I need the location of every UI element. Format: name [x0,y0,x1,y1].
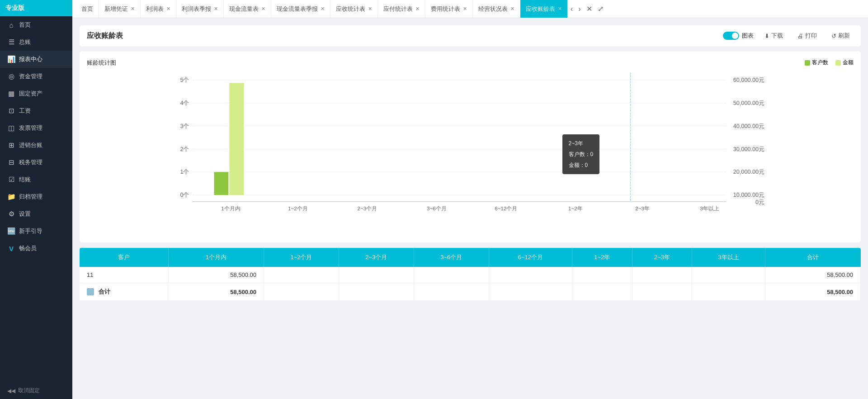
chart-toggle-container[interactable]: 图表 [723,32,754,40]
sidebar-item-invoice-label: 发票管理 [19,124,42,132]
cell-m6-12 [489,267,572,283]
tab-ar-stats-close[interactable]: ✕ [368,6,372,12]
sidebar-item-ledger-label: 总账 [19,38,31,46]
tab-operations-close[interactable]: ✕ [510,6,514,12]
sidebar-item-settings[interactable]: ⚙ 设置 [0,205,72,223]
tab-ar-aging[interactable]: 应收账龄表 ✕ [520,0,568,18]
refresh-button[interactable]: ↺ 刷新 [828,30,854,42]
page-header: 应收账龄表 图表 ⬇ 下载 🖨 打印 ↺ 刷新 [80,25,861,46]
tab-ap-stats-close[interactable]: ✕ [415,6,420,12]
tab-voucher-label: 新增凭证 [104,5,128,13]
tab-ar-stats-label: 应收统计表 [336,5,365,13]
print-button[interactable]: 🖨 打印 [794,30,821,42]
sidebar-item-guide[interactable]: 🆕 新手引导 [0,223,72,240]
tab-profit-close[interactable]: ✕ [166,6,170,12]
tab-ap-stats[interactable]: 应付统计表 ✕ [378,0,425,18]
tab-profit-quarterly[interactable]: 利润表季报 ✕ [176,0,224,18]
tab-voucher-close[interactable]: ✕ [131,6,135,12]
legend-customers: 客户数 [805,59,828,66]
cell-y3plus [692,267,765,283]
sidebar-item-home[interactable]: ⌂ 首页 [0,16,72,33]
sidebar-item-closing-label: 结账 [19,176,31,184]
assets-icon: ▦ [7,90,15,98]
tab-cashflow-label: 现金流量表 [229,5,259,13]
legend-customers-color [805,60,810,66]
sidebar-item-salary-label: 工资 [19,107,31,115]
svg-text:20,000.00元: 20,000.00元 [733,169,764,175]
invoice-icon: ◫ [7,124,15,132]
svg-text:1个: 1个 [180,169,189,175]
tab-close-all[interactable]: ✕ [584,5,595,13]
col-header-m3-6: 3~6个月 [414,248,489,267]
sidebar-item-guide-label: 新手引导 [19,227,42,235]
tab-bar: 首页 新增凭证 ✕ 利润表 ✕ 利润表季报 ✕ 现金流量表 ✕ 现金流量表季报 … [72,0,868,18]
sidebar-item-vip-label: 畅会员 [19,244,37,252]
tab-cashflow-quarterly-close[interactable]: ✕ [321,6,325,12]
tab-cashflow-quarterly[interactable]: 现金流量表季报 ✕ [271,0,330,18]
header-actions: 图表 ⬇ 下载 🖨 打印 ↺ 刷新 [723,30,854,42]
sales-icon: ⊞ [7,141,15,149]
tab-cashflow-close[interactable]: ✕ [261,6,265,12]
sidebar-item-report[interactable]: 📊 报表中心 [0,51,72,68]
tab-ar-aging-label: 应收账龄表 [526,5,555,13]
tab-expand[interactable]: ⤢ [595,5,606,13]
tab-ap-stats-label: 应付统计表 [383,5,413,13]
sidebar-item-sales-label: 进销台账 [19,141,42,149]
sidebar-item-report-label: 报表中心 [19,55,42,63]
tab-expense-stats[interactable]: 费用统计表 ✕ [425,0,473,18]
download-label: 下载 [771,32,783,40]
svg-text:3~6个月: 3~6个月 [427,205,447,211]
chart-toggle-label: 图表 [742,32,754,40]
col-header-customer: 客户 [80,248,168,267]
cell-total: 58,500.00 [765,267,860,283]
total-y1-2 [572,283,632,301]
download-icon: ⬇ [764,33,769,39]
unpin-button[interactable]: ◀◀ 取消固定 [0,382,72,399]
total-y2-3 [632,283,692,301]
sidebar-item-ledger[interactable]: ☰ 总账 [0,33,72,51]
sidebar-item-salary[interactable]: ⊡ 工资 [0,102,72,119]
col-header-m1-2: 1~2个月 [264,248,339,267]
bar-customers-0 [214,172,229,195]
sidebar-item-closing[interactable]: ☑ 结账 [0,171,72,188]
tab-operations[interactable]: 经营状况表 ✕ [473,0,520,18]
chart-toggle[interactable] [723,32,739,40]
tab-home[interactable]: 首页 [76,0,99,18]
sidebar-item-assets[interactable]: ▦ 固定资产 [0,85,72,102]
home-icon: ⌂ [7,21,15,29]
sidebar-item-invoice[interactable]: ◫ 发票管理 [0,119,72,137]
cell-m3-6 [414,267,489,283]
sidebar-item-vip[interactable]: V 畅会员 [0,240,72,257]
sidebar-item-archive-label: 归档管理 [19,193,42,201]
col-header-m6-12: 6~12个月 [489,248,572,267]
sidebar-item-capital[interactable]: ◎ 资金管理 [0,68,72,85]
archive-icon: 📁 [7,193,15,201]
svg-text:1~2年: 1~2年 [568,205,583,211]
tab-profit-quarterly-close[interactable]: ✕ [214,6,218,12]
sidebar-item-tax[interactable]: ⊟ 税务管理 [0,154,72,171]
tab-ar-aging-close[interactable]: ✕ [558,6,562,12]
tab-scroll-right[interactable]: › [576,5,583,13]
sidebar-item-sales[interactable]: ⊞ 进销台账 [0,137,72,154]
tab-cashflow[interactable]: 现金流量表 ✕ [224,0,271,18]
tab-ar-stats[interactable]: 应收统计表 ✕ [330,0,378,18]
svg-text:5个: 5个 [180,77,189,83]
tab-scroll-left[interactable]: ‹ [568,5,576,13]
download-button[interactable]: ⬇ 下载 [761,30,787,42]
total-m1-2 [264,283,339,301]
main-content: 首页 新增凭证 ✕ 利润表 ✕ 利润表季报 ✕ 现金流量表 ✕ 现金流量表季报 … [72,0,868,399]
tab-expense-stats-label: 费用统计表 [431,5,460,13]
vip-icon: V [7,245,15,252]
legend-amount: 金额 [835,59,854,66]
total-total: 58,500.00 [765,283,860,301]
total-row: 合计 58,500.00 58,500.00 [80,283,861,301]
tab-voucher[interactable]: 新增凭证 ✕ [99,0,141,18]
chart-container: 5个 4个 3个 2个 1个 0个 60,000.00元 50,000.00元 … [87,72,854,235]
svg-text:6~12个月: 6~12个月 [495,205,517,211]
sidebar: 专业版 ⌂ 首页 ☰ 总账 📊 报表中心 ◎ 资金管理 ▦ 固定资产 ⊡ 工资 … [0,0,72,399]
tab-profit[interactable]: 利润表 ✕ [141,0,176,18]
tax-icon: ⊟ [7,158,15,166]
sidebar-item-archive[interactable]: 📁 归档管理 [0,188,72,205]
unpin-icon: ◀◀ [7,388,15,394]
tab-expense-stats-close[interactable]: ✕ [463,6,467,12]
